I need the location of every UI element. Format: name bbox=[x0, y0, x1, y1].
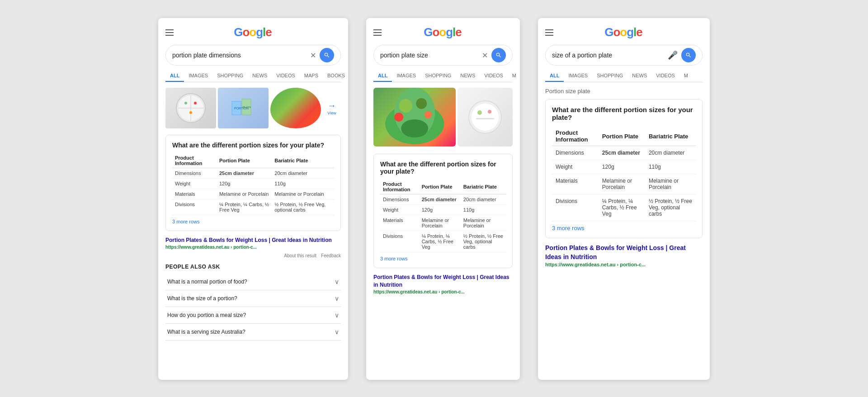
tab-images-left[interactable]: IMAGES bbox=[184, 70, 212, 82]
header-middle: Google bbox=[373, 25, 513, 39]
tab-news-left[interactable]: NEWS bbox=[248, 70, 272, 82]
tab-shopping-middle[interactable]: SHOPPING bbox=[420, 70, 456, 82]
search-input-right[interactable] bbox=[552, 52, 668, 59]
result-link-middle: Portion Plates & Bowls for Weight Loss |… bbox=[373, 274, 513, 295]
cell-mat-label-left: Materials bbox=[172, 189, 217, 199]
image-veggies-middle[interactable] bbox=[373, 88, 456, 147]
tab-news-right[interactable]: NEWS bbox=[627, 70, 651, 82]
image-plate-left[interactable] bbox=[165, 88, 216, 128]
paa-item-1-left[interactable]: What is a normal portion of food? ∨ bbox=[165, 274, 341, 290]
result-title-link-right[interactable]: Portion Plates & Bowls for Weight Loss |… bbox=[545, 244, 703, 261]
search-button-middle[interactable] bbox=[491, 48, 506, 62]
result-meta-left: About this result Feedback bbox=[165, 253, 341, 258]
cell-div-label-right: Divisions bbox=[552, 194, 599, 221]
search-bar-right[interactable]: 🎤 bbox=[545, 45, 703, 66]
svg-point-21 bbox=[488, 110, 491, 113]
hamburger-menu-middle[interactable] bbox=[373, 29, 382, 36]
chevron-down-icon-2: ∨ bbox=[335, 295, 339, 302]
cell-mat-bariatric-middle: Melamine or Porcelain bbox=[461, 215, 506, 231]
tab-all-right[interactable]: ALL bbox=[545, 70, 564, 82]
tab-videos-left[interactable]: VIDEOS bbox=[272, 70, 300, 82]
more-rows-left[interactable]: 3 more rows bbox=[172, 219, 334, 224]
cell-weight-bariatric-right: 110g bbox=[645, 160, 696, 174]
snippet-box-left: What are the different portion sizes for… bbox=[165, 135, 341, 231]
cell-weight-portion-left: 120g bbox=[217, 179, 272, 189]
svg-point-6 bbox=[189, 111, 192, 114]
svg-rect-22 bbox=[476, 118, 494, 119]
paa-question-3-left: How do you portion a meal size? bbox=[167, 312, 246, 318]
tab-news-middle[interactable]: NEWS bbox=[456, 70, 480, 82]
images-2col-middle bbox=[373, 88, 513, 147]
tab-more-middle[interactable]: M bbox=[508, 70, 520, 82]
more-rows-middle[interactable]: 3 more rows bbox=[380, 256, 506, 261]
snippet-question-left: What are the different portion sizes for… bbox=[172, 142, 334, 149]
feedback-left[interactable]: Feedback bbox=[321, 253, 341, 258]
mic-icon-right[interactable]: 🎤 bbox=[668, 50, 678, 60]
result-url-left[interactable]: https://www.greatideas.net.au › portion-… bbox=[165, 244, 341, 250]
hamburger-menu-right[interactable] bbox=[545, 29, 553, 36]
search-bar-middle[interactable]: ✕ bbox=[373, 45, 513, 66]
result-url-middle[interactable]: https://www.greatideas.net.au › portion-… bbox=[373, 289, 513, 295]
cell-mat-label-middle: Materials bbox=[380, 215, 419, 231]
tab-maps-left[interactable]: MAPS bbox=[300, 70, 323, 82]
tab-videos-middle[interactable]: VIDEOS bbox=[480, 70, 508, 82]
snippet-question-right: What are the different portion sizes for… bbox=[552, 106, 696, 121]
table-row: Dimensions 25cm diameter 20cm diameter bbox=[172, 168, 334, 179]
image-boxes-left[interactable]: PORTION PLATE bbox=[218, 88, 269, 128]
google-logo-middle: Google bbox=[424, 25, 462, 39]
search-input-middle[interactable] bbox=[380, 52, 482, 59]
cell-dim-portion-middle: 25cm diameter bbox=[419, 194, 461, 205]
data-table-middle: Product Information Portion Plate Bariat… bbox=[380, 180, 506, 252]
search-input-left[interactable] bbox=[172, 52, 310, 59]
hamburger-menu-left[interactable] bbox=[165, 29, 174, 36]
table-row: Weight 120g 110g bbox=[552, 160, 696, 174]
header-right: Google bbox=[545, 25, 703, 39]
chevron-down-icon-1: ∨ bbox=[335, 278, 339, 285]
col-header-product-left: Product Information bbox=[172, 153, 217, 168]
tab-shopping-right[interactable]: SHOPPING bbox=[592, 70, 627, 82]
tab-videos-right[interactable]: VIDEOS bbox=[651, 70, 679, 82]
search-bar-left[interactable]: ✕ bbox=[165, 45, 341, 66]
clear-button-left[interactable]: ✕ bbox=[310, 51, 316, 60]
view-more-left[interactable]: → View bbox=[323, 88, 341, 128]
result-link-right: Portion Plates & Bowls for Weight Loss |… bbox=[545, 244, 703, 269]
cell-dim-bariatric-middle: 20cm diameter bbox=[461, 194, 506, 205]
snippet-question-middle: What are the different portion sizes for… bbox=[380, 161, 506, 175]
paa-item-4-left[interactable]: What is a serving size Australia? ∨ bbox=[165, 324, 341, 340]
tab-shopping-left[interactable]: SHOPPING bbox=[212, 70, 248, 82]
table-row: Divisions ¼ Protein, ¼ Carbs, ½ Free Veg… bbox=[172, 199, 334, 215]
cell-weight-bariatric-middle: 110g bbox=[461, 205, 506, 215]
paa-item-3-left[interactable]: How do you portion a meal size? ∨ bbox=[165, 307, 341, 324]
cell-div-label-left: Divisions bbox=[172, 199, 217, 215]
result-title-link-left[interactable]: Portion Plates & Bowls for Weight Loss |… bbox=[165, 236, 341, 244]
cell-mat-label-right: Materials bbox=[552, 174, 599, 194]
search-button-left[interactable] bbox=[320, 48, 334, 62]
cell-weight-label-middle: Weight bbox=[380, 205, 419, 215]
image-veggies-left[interactable] bbox=[270, 88, 321, 128]
cell-div-portion-middle: ¼ Protein, ¼ Carbs, ½ Free Veg bbox=[419, 231, 461, 252]
table-row: Materials Melamine or Porcelain Melamine… bbox=[380, 215, 506, 231]
tab-images-middle[interactable]: IMAGES bbox=[392, 70, 420, 82]
cell-weight-portion-middle: 120g bbox=[419, 205, 461, 215]
cell-weight-label-left: Weight bbox=[172, 179, 217, 189]
result-title-link-middle[interactable]: Portion Plates & Bowls for Weight Loss |… bbox=[373, 274, 513, 289]
svg-point-5 bbox=[194, 102, 197, 104]
svg-point-20 bbox=[477, 110, 482, 115]
paa-item-2-left[interactable]: What is the size of a portion? ∨ bbox=[165, 290, 341, 307]
tab-more-right[interactable]: M bbox=[679, 70, 693, 82]
tab-all-left[interactable]: ALL bbox=[165, 70, 184, 82]
tab-books-left[interactable]: BOOKS bbox=[323, 70, 348, 82]
about-result-left[interactable]: About this result bbox=[284, 253, 316, 258]
clear-button-middle[interactable]: ✕ bbox=[482, 51, 488, 60]
svg-point-17 bbox=[401, 119, 428, 137]
search-button-right[interactable] bbox=[681, 48, 696, 62]
more-rows-right[interactable]: 3 more rows bbox=[552, 225, 696, 232]
table-row: Weight 120g 110g bbox=[380, 205, 506, 215]
images-strip-left: PORTION PLATE → View bbox=[165, 88, 341, 128]
cell-dim-portion-left: 25cm diameter bbox=[217, 168, 272, 179]
image-plate-middle[interactable] bbox=[458, 88, 513, 147]
tab-all-middle[interactable]: ALL bbox=[373, 70, 392, 82]
table-row: Materials Melamine or Porcelain Melamine… bbox=[172, 189, 334, 199]
result-url-right[interactable]: https://www.greatideas.net.au › portion-… bbox=[545, 261, 703, 268]
tab-images-right[interactable]: IMAGES bbox=[564, 70, 592, 82]
